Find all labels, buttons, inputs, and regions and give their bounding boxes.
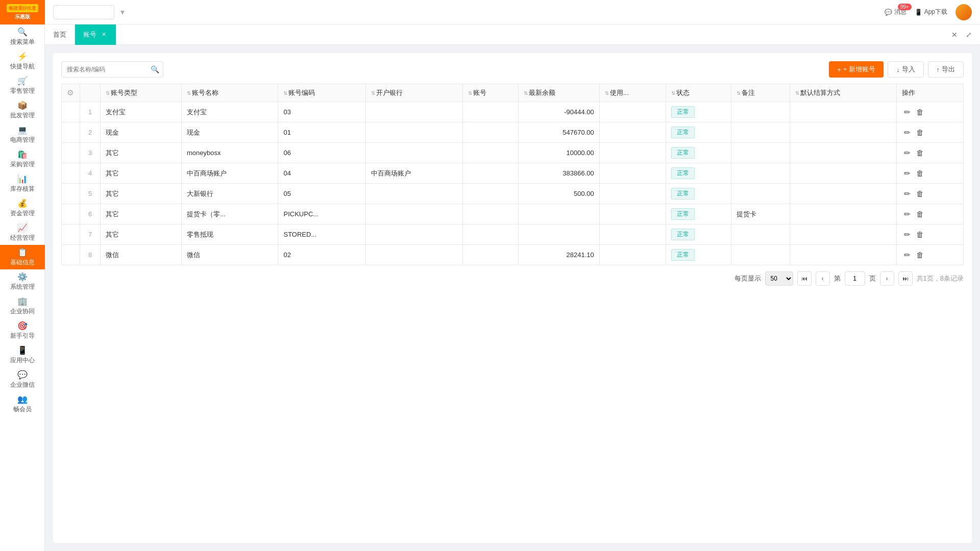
add-account-button[interactable]: + + 新增账号	[829, 61, 884, 78]
delete-button[interactable]: 🗑	[914, 209, 926, 219]
row-balance: 10000.00	[518, 143, 599, 163]
row-code: STORED...	[278, 224, 366, 245]
user-avatar[interactable]	[955, 4, 972, 20]
col-status[interactable]: ⇅状态	[666, 84, 731, 102]
last-page-button[interactable]: ⏭	[898, 271, 913, 286]
row-type: 现金	[101, 122, 182, 143]
col-code[interactable]: ⇅账号编码	[278, 84, 366, 102]
sidebar-item-search[interactable]: 🔍 搜索菜单	[0, 24, 45, 49]
delete-button[interactable]: 🗑	[914, 188, 926, 199]
sidebar-item-label: 电商管理	[10, 136, 35, 144]
tab-close-all-button[interactable]: ✕	[947, 28, 962, 42]
content-card: 🔍 + + 新增账号 ↓ 导入 ↑ 导出	[53, 53, 972, 543]
row-actions: ✏ 🗑	[896, 143, 963, 163]
sidebar-item-finance[interactable]: 💰 资金管理	[0, 196, 45, 220]
delete-button[interactable]: 🗑	[914, 127, 926, 138]
sidebar-item-wholesale[interactable]: 📦 批发管理	[0, 98, 45, 122]
col-remark[interactable]: ⇅备注	[731, 84, 790, 102]
row-settlement	[790, 184, 896, 204]
sidebar-item-inventory[interactable]: 📊 库存核算	[0, 171, 45, 196]
sidebar-item-system[interactable]: ⚙️ 系统管理	[0, 269, 45, 294]
col-account[interactable]: ⇅账号	[462, 84, 518, 102]
tab-close-button[interactable]: ✕	[100, 31, 108, 39]
delete-button[interactable]: 🗑	[914, 168, 926, 179]
row-remark	[731, 224, 790, 245]
col-balance[interactable]: ⇅最新余额	[518, 84, 599, 102]
status-badge: 正常	[671, 167, 695, 179]
row-balance: 28241.10	[518, 245, 599, 265]
status-badge: 正常	[671, 229, 695, 240]
edit-button[interactable]: ✏	[902, 209, 913, 220]
row-usage	[599, 245, 666, 265]
sidebar-item-label: 批发管理	[10, 111, 35, 120]
import-icon: ↓	[896, 66, 900, 73]
dropdown-icon[interactable]: ▾	[120, 7, 125, 17]
first-page-button[interactable]: ⏮	[797, 271, 812, 286]
prev-page-button[interactable]: ‹	[816, 271, 830, 286]
per-page-select[interactable]: 50 20 100	[765, 271, 793, 286]
page-number-input[interactable]	[845, 271, 865, 286]
col-settlement[interactable]: ⇅默认结算方式	[790, 84, 896, 102]
search-input[interactable]	[61, 61, 163, 78]
next-page-button[interactable]: ›	[880, 271, 894, 286]
tab-home[interactable]: 首页	[45, 24, 75, 45]
sidebar-item-appcenter[interactable]: 📱 应用中心	[0, 343, 45, 367]
sidebar-item-shortcut[interactable]: ⚡ 快捷导航	[0, 49, 45, 73]
row-status: 正常	[666, 163, 731, 184]
sidebar-item-enterprise[interactable]: 🏢 企业协同	[0, 294, 45, 318]
sidebar-item-label: 企业协同	[10, 307, 35, 316]
search-icon: 🔍	[151, 65, 159, 73]
sidebar-item-label: 快捷导航	[10, 62, 35, 71]
edit-button[interactable]: ✏	[902, 127, 913, 138]
sidebar-item-operation[interactable]: 📈 经营管理	[0, 220, 45, 245]
sidebar-item-basic[interactable]: 📋 基础信息	[0, 245, 45, 269]
row-checkbox-cell	[62, 163, 80, 184]
sidebar-item-ecommerce[interactable]: 💻 电商管理	[0, 122, 45, 147]
tab-account[interactable]: 账号 ✕	[75, 24, 116, 45]
delete-button[interactable]: 🗑	[914, 229, 926, 240]
row-settlement	[790, 163, 896, 184]
app-download-button[interactable]: 📱 App下载	[915, 8, 947, 16]
delete-button[interactable]: 🗑	[914, 249, 926, 260]
row-status: 正常	[666, 245, 731, 265]
row-settlement	[790, 245, 896, 265]
import-button[interactable]: ↓ 导入	[888, 61, 924, 78]
top-search-input[interactable]	[53, 5, 114, 19]
row-actions: ✏ 🗑	[896, 102, 963, 122]
row-account	[462, 163, 518, 184]
guide-icon: 🎯	[17, 321, 28, 331]
edit-button[interactable]: ✏	[902, 188, 913, 199]
col-type[interactable]: ⇅账号类型	[101, 84, 182, 102]
row-code: 01	[278, 122, 366, 143]
page-suffix: 页	[869, 274, 876, 283]
sidebar-item-purchase[interactable]: 🛍️ 采购管理	[0, 147, 45, 171]
delete-button[interactable]: 🗑	[914, 147, 926, 158]
delete-button[interactable]: 🗑	[914, 107, 926, 117]
edit-button[interactable]: ✏	[902, 168, 913, 179]
row-remark	[731, 184, 790, 204]
sidebar-item-guide[interactable]: 🎯 新手引导	[0, 318, 45, 343]
tab-expand-button[interactable]: ⤢	[962, 28, 976, 42]
row-code: 05	[278, 184, 366, 204]
edit-button[interactable]: ✏	[902, 249, 913, 261]
row-code: 02	[278, 245, 366, 265]
member-icon: 👥	[17, 394, 28, 404]
sidebar-item-retail[interactable]: 🛒 零售管理	[0, 73, 45, 98]
col-bank[interactable]: ⇅开户银行	[366, 84, 463, 102]
col-name[interactable]: ⇅账号名称	[181, 84, 278, 102]
row-name: 中百商场账户	[181, 163, 278, 184]
edit-button[interactable]: ✏	[902, 107, 913, 118]
sidebar-item-member[interactable]: 👥 畅会员	[0, 392, 45, 416]
settings-gear-icon[interactable]: ⚙	[67, 88, 74, 97]
col-usage[interactable]: ⇅使用...	[599, 84, 666, 102]
sidebar-item-wecom[interactable]: 💬 企业微信	[0, 367, 45, 392]
row-name: 微信	[181, 245, 278, 265]
header-left: ▾	[53, 5, 125, 19]
row-name: 零售抵现	[181, 224, 278, 245]
edit-button[interactable]: ✏	[902, 229, 913, 240]
row-remark	[731, 245, 790, 265]
message-button[interactable]: 💬 消息 99+	[885, 8, 906, 16]
table-row: 2 现金 现金 01 547670.00 正常 ✏ 🗑	[62, 122, 964, 143]
export-button[interactable]: ↑ 导出	[928, 61, 964, 78]
edit-button[interactable]: ✏	[902, 147, 913, 159]
